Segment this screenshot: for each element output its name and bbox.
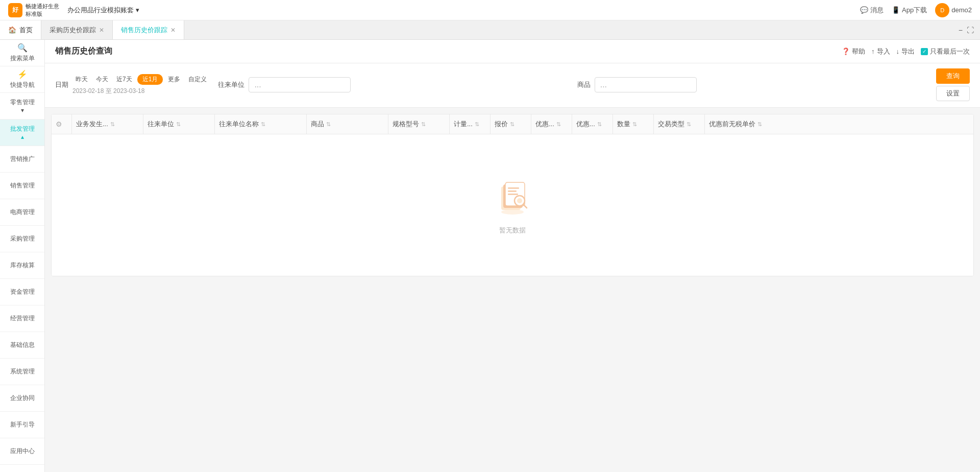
sidebar-item-enterprise-collab[interactable]: 企业协同 [0, 385, 44, 412]
content-area: 销售历史价查询 ❓ 帮助 ↑ 导入 ↓ 导出 ✓ [45, 40, 980, 472]
sort-icon: ⇅ [556, 121, 561, 128]
sort-icon: ⇅ [687, 121, 691, 128]
th-spec[interactable]: 规格型号 ⇅ [388, 114, 450, 134]
date-btn-1month[interactable]: 近1月 [137, 74, 163, 85]
date-btn-today[interactable]: 今天 [93, 74, 111, 85]
sidebar-item-quick-nav[interactable]: ⚡ 快捷导航 [0, 66, 44, 93]
sidebar-item-wholesale-mgmt[interactable]: 批发管理 ▴ [0, 120, 44, 146]
th-quote[interactable]: 报价 ⇅ [491, 114, 531, 134]
th-business-date[interactable]: 业务发生... ⇅ [72, 114, 143, 134]
product-input[interactable]: ... [595, 77, 697, 92]
message-button[interactable]: 💬 消息 [860, 6, 884, 15]
date-filter-group: 日期 昨天 今天 近7天 近1月 更多 自定义 2023-02-18 至 202… [55, 74, 210, 96]
date-buttons: 昨天 今天 近7天 近1月 更多 自定义 [72, 74, 210, 85]
query-settings-area: 查询 设置 [936, 68, 970, 101]
top-bar: 好 畅捷通好生意 标准版 办公用品行业模拟账套 ▾ 💬 消息 📱 App下载 D… [0, 0, 980, 20]
partner-label: 往来单位 [218, 80, 244, 89]
sort-icon: ⇅ [632, 121, 637, 128]
th-quantity[interactable]: 数量 ⇅ [613, 114, 654, 134]
th-partner-name[interactable]: 往来单位名称 ⇅ [215, 114, 307, 134]
chevron-down-icon: ▾ [136, 6, 139, 14]
sort-icon: ⇅ [475, 121, 479, 128]
empty-icon-area [492, 175, 533, 218]
tab-sales-history[interactable]: 销售历史价跟踪 ✕ [113, 20, 184, 39]
sidebar: 🔍 搜索菜单 ⚡ 快捷导航 零售管理 ▾ 批发管理 ▴ 营销推广 销售管理 电商… [0, 40, 45, 472]
app-download-button[interactable]: 📱 App下载 [892, 6, 927, 15]
empty-state: 暂无数据 [52, 134, 973, 276]
tab-purchase-history[interactable]: 采购历史价跟踪 ✕ [41, 20, 113, 39]
sidebar-item-new-guide[interactable]: 新手引导 [0, 412, 44, 438]
avatar: D [935, 3, 949, 17]
sidebar-item-basic-info[interactable]: 基础信息 [0, 332, 44, 359]
logo-area: 好 畅捷通好生意 标准版 [8, 3, 59, 17]
chevron-up-icon: ▴ [21, 133, 24, 140]
minimize-icon[interactable]: − [959, 26, 963, 34]
empty-text: 暂无数据 [499, 226, 526, 235]
sidebar-item-sales-mgmt[interactable]: 销售管理 [0, 173, 44, 199]
date-btn-yesterday[interactable]: 昨天 [72, 74, 91, 85]
close-tab-sales[interactable]: ✕ [170, 27, 176, 34]
th-discount1[interactable]: 优惠... ⇅ [531, 114, 572, 134]
filter-bar: 日期 昨天 今天 近7天 近1月 更多 自定义 2023-02-18 至 202… [45, 63, 980, 108]
table-container: ⚙ 业务发生... ⇅ 往来单位 ⇅ 往来单位名称 ⇅ [45, 108, 980, 472]
sidebar-item-system-mgmt[interactable]: 系统管理 [0, 359, 44, 385]
tab-home[interactable]: 🏠 首页 [0, 20, 41, 39]
partner-input[interactable]: ... [249, 77, 351, 92]
svg-rect-4 [508, 187, 519, 189]
sidebar-item-ecommerce[interactable]: 电商管理 [0, 199, 44, 226]
date-btn-custom[interactable]: 自定义 [185, 74, 210, 85]
maximize-icon[interactable]: ⛶ [967, 26, 974, 34]
sidebar-item-operations[interactable]: 经营管理 [0, 305, 44, 332]
th-discount2[interactable]: 优惠... ⇅ [572, 114, 613, 134]
import-icon: ↑ [871, 48, 875, 55]
app-selector[interactable]: 办公用品行业模拟账套 ▾ [63, 4, 143, 17]
date-btn-7days[interactable]: 近7天 [113, 74, 135, 85]
product-label: 商品 [577, 80, 591, 89]
export-icon: ↓ [896, 48, 900, 55]
th-pretax-price[interactable]: 优惠前无税单价 ⇅ [705, 114, 797, 134]
page-title-row: 销售历史价查询 ❓ 帮助 ↑ 导入 ↓ 导出 ✓ [55, 46, 970, 57]
sidebar-item-marketing[interactable]: 营销推广 [0, 146, 44, 173]
th-unit[interactable]: 计量... ⇅ [450, 114, 491, 134]
search-icon: 🔍 [17, 43, 28, 53]
close-tab-purchase[interactable]: ✕ [99, 27, 104, 34]
table-header: ⚙ 业务发生... ⇅ 往来单位 ⇅ 往来单位名称 ⇅ [52, 114, 973, 134]
page-header: 销售历史价查询 ❓ 帮助 ↑ 导入 ↓ 导出 ✓ [45, 40, 980, 63]
sort-icon: ⇅ [110, 121, 115, 128]
chevron-down-icon: ▾ [21, 107, 24, 114]
logo-text: 畅捷通好生意 标准版 [26, 3, 59, 17]
product-filter-group: 商品 ... [577, 77, 928, 92]
sidebar-item-search-menu[interactable]: 🔍 搜索菜单 [0, 40, 44, 66]
query-button[interactable]: 查询 [936, 68, 970, 84]
svg-rect-5 [508, 191, 517, 192]
settings-gear-icon[interactable]: ⚙ [56, 120, 62, 128]
th-transaction-type[interactable]: 交易类型 ⇅ [654, 114, 705, 134]
sidebar-item-inventory[interactable]: 库存核算 [0, 252, 44, 279]
sort-icon: ⇅ [510, 121, 514, 128]
import-button[interactable]: ↑ 导入 [871, 47, 890, 56]
sidebar-item-finance[interactable]: 资金管理 [0, 279, 44, 305]
th-partner[interactable]: 往来单位 ⇅ [143, 114, 215, 134]
last-once-checkbox-label[interactable]: ✓ 只看最后一次 [921, 47, 970, 56]
tab-bar: 🏠 首页 采购历史价跟踪 ✕ 销售历史价跟踪 ✕ − ⛶ [0, 20, 980, 40]
export-button[interactable]: ↓ 导出 [896, 47, 915, 56]
sort-icon: ⇅ [176, 121, 181, 128]
product-input-placeholder: ... [600, 80, 607, 89]
settings-button[interactable]: 设置 [936, 86, 970, 101]
sidebar-item-app-center[interactable]: 应用中心 [0, 438, 44, 465]
sidebar-item-retail-mgmt[interactable]: 零售管理 ▾ [0, 93, 44, 120]
date-range-display: 2023-02-18 至 2023-03-18 [72, 87, 210, 96]
sidebar-item-enterprise-wechat[interactable]: 企业微信 [0, 465, 44, 472]
home-icon: 🏠 [8, 26, 16, 34]
date-btn-more[interactable]: 更多 [165, 74, 183, 85]
sort-icon: ⇅ [326, 121, 331, 128]
main-layout: 🔍 搜索菜单 ⚡ 快捷导航 零售管理 ▾ 批发管理 ▴ 营销推广 销售管理 电商… [0, 40, 980, 472]
sidebar-item-purchase-mgmt[interactable]: 采购管理 [0, 226, 44, 252]
user-area[interactable]: D demo2 [935, 3, 972, 17]
help-icon: ❓ [842, 48, 850, 55]
sort-icon: ⇅ [597, 121, 602, 128]
top-bar-right: 💬 消息 📱 App下载 D demo2 [860, 3, 972, 17]
th-product[interactable]: 商品 ⇅ [307, 114, 388, 134]
help-button[interactable]: ❓ 帮助 [842, 47, 865, 56]
th-settings[interactable]: ⚙ [52, 114, 72, 134]
